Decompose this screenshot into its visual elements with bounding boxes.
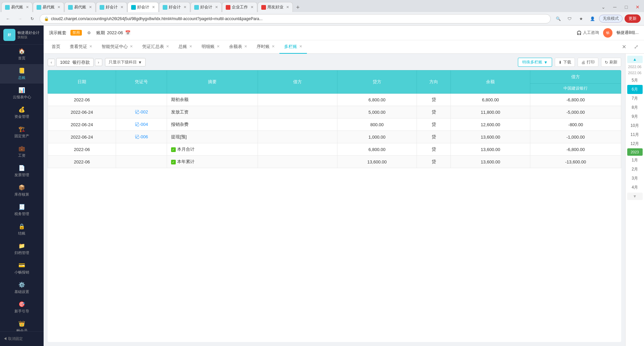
tab-voucher-summary[interactable]: 凭证汇总表 ✕: [138, 40, 174, 54]
account-selector[interactable]: 1002 银行存款: [56, 58, 94, 67]
panel-month-10[interactable]: 10月: [627, 121, 643, 130]
close-window-btn[interactable]: ✕: [633, 2, 643, 12]
sidebar-item-tax[interactable]: 🧾 税务管理: [0, 200, 44, 220]
voucher-link[interactable]: 记-004: [135, 122, 148, 127]
sidebar-item-expense[interactable]: 💳 小畅报销: [0, 259, 44, 278]
sidebar-item-inventory[interactable]: 📦 库存核算: [0, 181, 44, 200]
back-btn[interactable]: ←: [3, 14, 13, 23]
browser-tab-9[interactable]: 用友好业 ✕: [258, 2, 293, 12]
multi-col-btn[interactable]: 特殊多栏账 ▼: [518, 58, 552, 67]
collapse-tabs-btn[interactable]: ✕: [619, 42, 629, 52]
sidebar-item-payroll[interactable]: 💼 工资: [0, 142, 44, 161]
refresh-btn[interactable]: ↻ 刷新: [601, 58, 621, 67]
tab-general-ledger[interactable]: 总账 ✕: [174, 40, 197, 54]
calendar-icon[interactable]: 📅: [125, 30, 130, 35]
panel-month-6[interactable]: 6月: [627, 85, 643, 94]
tab-close-view-voucher[interactable]: ✕: [89, 44, 92, 49]
shield-icon[interactable]: 🛡: [565, 14, 574, 23]
tab-close-6[interactable]: ✕: [183, 5, 186, 9]
tab-close-multi-col[interactable]: ✕: [299, 44, 302, 49]
panel-month-2023-1[interactable]: 1月: [627, 156, 643, 165]
url-bar[interactable]: 🔒 cloud2.chanjet.com/accounting/uh26t264…: [40, 14, 551, 23]
tab-detail-ledger[interactable]: 明细账 ✕: [197, 40, 224, 54]
panel-month-5[interactable]: 5月: [627, 76, 643, 85]
topbar-settings-icon[interactable]: ⚙: [87, 31, 91, 35]
tab-smart-voucher[interactable]: 智能凭证中心 ✕: [97, 40, 138, 54]
browser-tab-5[interactable]: 好会计 ✕: [127, 2, 159, 12]
sidebar-item-reports[interactable]: 📊 云报表中心: [0, 84, 44, 103]
tab-balance-table[interactable]: 余额表 ✕: [224, 40, 252, 54]
sidebar-item-archive[interactable]: 📁 归档管理: [0, 239, 44, 259]
panel-month-8[interactable]: 8月: [627, 103, 643, 112]
bookmark-icon[interactable]: ★: [576, 14, 586, 23]
prev-account-btn[interactable]: ‹: [48, 59, 55, 66]
browser-tab-2[interactable]: 易代账 ✕: [33, 2, 64, 12]
maximize-btn[interactable]: □: [621, 2, 631, 12]
panel-month-12[interactable]: 12月: [627, 139, 643, 148]
panel-month-2023-4[interactable]: 4月: [627, 183, 643, 192]
download-btn[interactable]: ⬇ 下载: [555, 58, 575, 67]
update-btn[interactable]: 更新: [625, 14, 641, 23]
tab-home[interactable]: 首页: [47, 40, 65, 54]
sidebar-item-closing[interactable]: 🔒 结账: [0, 220, 44, 239]
sidebar-item-assets[interactable]: 🏗️ 固定资产: [0, 122, 44, 142]
minimize-btn[interactable]: ─: [610, 2, 620, 12]
search-icon[interactable]: 🔍: [553, 14, 563, 23]
tab-close-9[interactable]: ✕: [286, 5, 289, 9]
browser-tab-4[interactable]: 好会计 ✕: [96, 2, 127, 12]
panel-month-9[interactable]: 9月: [627, 112, 643, 121]
print-btn[interactable]: 🖨 打印: [578, 58, 598, 67]
tab-multi-col[interactable]: 多栏账 ✕: [279, 40, 307, 54]
expand-tabs-btn[interactable]: ⤢: [631, 42, 641, 52]
top-bar: 演示账套 禁用 ⚙ 账期 2022-06 📅 🎧 人工咨询 畅 畅捷通B组...: [44, 26, 644, 40]
profile-icon[interactable]: 👤: [588, 14, 597, 23]
tab-close-general-ledger[interactable]: ✕: [189, 44, 192, 49]
new-tab-button[interactable]: +: [293, 3, 303, 12]
panel-month-2023-3[interactable]: 3月: [627, 174, 643, 183]
no-trace-btn[interactable]: 无痕模式: [599, 15, 623, 22]
forward-btn[interactable]: →: [15, 14, 25, 23]
reload-btn[interactable]: ↻: [28, 14, 37, 23]
sidebar-item-ledger[interactable]: 📒 总账: [0, 64, 44, 84]
tab-dropdown-btn[interactable]: ⌄: [598, 2, 608, 12]
tab-close-8[interactable]: ✕: [251, 5, 254, 9]
demo-tag[interactable]: 禁用: [70, 30, 82, 36]
tab-close-voucher-summary[interactable]: ✕: [166, 44, 169, 49]
panel-month-2023-2[interactable]: 2月: [627, 165, 643, 174]
ledger-table-wrap: 日期 凭证号 摘要 借方 贷方 方向 余额 借方: [48, 70, 621, 342]
sidebar-item-guide[interactable]: 🎯 新手引导: [0, 298, 44, 317]
voucher-link[interactable]: 记-006: [135, 134, 148, 139]
browser-tab-7[interactable]: 好会计 ✕: [191, 2, 222, 12]
tab-close-1[interactable]: ✕: [26, 5, 29, 9]
tab-close-detail-ledger[interactable]: ✕: [217, 44, 220, 49]
tab-close-4[interactable]: ✕: [120, 5, 123, 9]
consult-btn[interactable]: 🎧 人工咨询: [577, 30, 599, 36]
tab-close-7[interactable]: ✕: [215, 5, 218, 9]
tab-close-3[interactable]: ✕: [89, 5, 92, 9]
panel-scroll-down[interactable]: ▼: [627, 193, 643, 200]
panel-scroll-up[interactable]: ▲: [627, 56, 643, 63]
next-account-btn[interactable]: ›: [95, 59, 102, 66]
sidebar-item-home[interactable]: 🏠 首页: [0, 45, 44, 64]
user-avatar[interactable]: 畅: [603, 28, 612, 38]
tab-view-voucher[interactable]: 查看凭证 ✕: [65, 40, 97, 54]
browser-tab-6[interactable]: 好会计 ✕: [159, 2, 190, 12]
tab-close-2[interactable]: ✕: [57, 5, 60, 9]
browser-tab-1[interactable]: 易代账 ✕: [1, 2, 33, 12]
sidebar-item-funds[interactable]: 💰 资金管理: [0, 103, 44, 122]
filter-btn[interactable]: 只显示下级科目 ▼: [105, 58, 146, 66]
panel-month-11[interactable]: 11月: [627, 130, 643, 139]
sidebar-item-member[interactable]: 👑 畅会员: [0, 317, 44, 331]
sidebar-item-invoice[interactable]: 📄 发票管理: [0, 161, 44, 181]
unpin-btn[interactable]: ◀ 取消固定: [2, 335, 42, 343]
voucher-link[interactable]: 记-002: [135, 109, 148, 114]
tab-close-smart-voucher[interactable]: ✕: [130, 44, 133, 49]
tab-close-journal[interactable]: ✕: [272, 44, 275, 49]
tab-journal[interactable]: 序时账 ✕: [252, 40, 279, 54]
tab-close-balance-table[interactable]: ✕: [244, 44, 247, 49]
browser-tab-8[interactable]: 企业工作 ✕: [222, 2, 257, 12]
panel-month-7[interactable]: 7月: [627, 94, 643, 103]
browser-tab-3[interactable]: 易代账 ✕: [64, 2, 96, 12]
tab-close-5[interactable]: ✕: [152, 5, 155, 9]
sidebar-item-settings[interactable]: ⚙️ 基础设置: [0, 278, 44, 298]
